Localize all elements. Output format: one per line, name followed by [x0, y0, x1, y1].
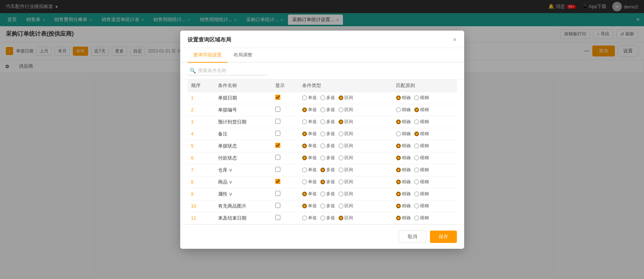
radio-match-模糊[interactable]: 模糊: [414, 203, 429, 209]
dialog-tab-layout[interactable]: 布局调整: [228, 48, 258, 63]
row-display-cell[interactable]: [272, 176, 299, 188]
row-display-cell[interactable]: [272, 188, 299, 200]
radio-type-区间[interactable]: 区间: [339, 95, 353, 101]
radio-type-单值[interactable]: 单值: [302, 215, 317, 221]
radio-match-精确[interactable]: 精确: [396, 191, 411, 197]
radio-type-多值[interactable]: 多值: [320, 107, 335, 113]
radio-type-区间[interactable]: 区间: [339, 215, 353, 221]
row-display-cell[interactable]: [272, 164, 299, 176]
row-condition-type: 单值多值区间: [299, 152, 392, 164]
radio-type-区间[interactable]: 区间: [339, 155, 353, 161]
radio-type-区间[interactable]: 区间: [339, 179, 353, 185]
radio-type-单值[interactable]: 单值: [302, 203, 317, 209]
cancel-button[interactable]: 取消: [399, 231, 426, 243]
row-match-principle: 精确模糊: [392, 200, 457, 212]
radio-type-区间[interactable]: 区间: [339, 203, 353, 209]
row-order: 5: [187, 140, 214, 152]
table-row: 2单据编号单值多值区间精确模糊: [187, 104, 457, 116]
row-condition-name: 来及结束日期: [214, 212, 272, 224]
radio-type-单值[interactable]: 单值: [302, 119, 317, 125]
radio-match-模糊[interactable]: 模糊: [414, 179, 429, 185]
th-match-rule: 匹配原则: [392, 79, 457, 92]
radio-type-区间[interactable]: 区间: [339, 119, 353, 125]
radio-match-精确[interactable]: 精确: [396, 167, 411, 173]
radio-type-多值[interactable]: 多值: [320, 155, 335, 161]
radio-type-多值[interactable]: 多值: [320, 143, 335, 149]
radio-match-精确[interactable]: 精确: [396, 179, 411, 185]
dialog-tab-query-fields[interactable]: 查询字段设置: [187, 48, 228, 63]
radio-match-精确[interactable]: 精确: [396, 95, 411, 101]
radio-match-精确[interactable]: 精确: [396, 155, 411, 161]
row-display-cell[interactable]: [272, 212, 299, 224]
save-button[interactable]: 保存: [430, 231, 457, 243]
radio-type-区间[interactable]: 区间: [339, 131, 353, 137]
radio-match-模糊[interactable]: 模糊: [414, 167, 429, 173]
radio-match-模糊[interactable]: 模糊: [414, 215, 429, 221]
row-condition-name: 有无商品图片: [214, 200, 272, 212]
modal-overlay: 设置查询区域布局 × 查询字段设置 布局调整 🔍 顺序: [0, 0, 644, 279]
row-display-cell[interactable]: [272, 92, 299, 104]
row-display-cell[interactable]: [272, 104, 299, 116]
row-match-principle: 精确模糊: [392, 152, 457, 164]
radio-type-多值[interactable]: 多值: [320, 167, 335, 173]
radio-type-单值[interactable]: 单值: [302, 155, 317, 161]
display-checkbox-11[interactable]: [275, 215, 280, 220]
display-checkbox-4[interactable]: [275, 131, 280, 136]
display-checkbox-2[interactable]: [275, 107, 280, 112]
radio-match-精确[interactable]: 精确: [396, 107, 411, 113]
row-condition-type: 单值多值区间: [299, 212, 392, 224]
row-display-cell[interactable]: [272, 140, 299, 152]
radio-type-单值[interactable]: 单值: [302, 167, 317, 173]
row-match-principle: 精确模糊: [392, 140, 457, 152]
radio-match-模糊[interactable]: 模糊: [414, 119, 429, 125]
radio-type-区间[interactable]: 区间: [339, 191, 353, 197]
radio-type-多值[interactable]: 多值: [320, 131, 335, 137]
radio-type-多值[interactable]: 多值: [320, 191, 335, 197]
radio-type-多值[interactable]: 多值: [320, 203, 335, 209]
row-match-principle: 精确模糊: [392, 128, 457, 140]
row-display-cell[interactable]: [272, 200, 299, 212]
radio-match-模糊[interactable]: 模糊: [414, 191, 429, 197]
radio-type-单值[interactable]: 单值: [302, 179, 317, 185]
radio-match-模糊[interactable]: 模糊: [414, 155, 429, 161]
radio-type-多值[interactable]: 多值: [320, 95, 335, 101]
radio-match-模糊[interactable]: 模糊: [414, 143, 429, 149]
radio-match-精确[interactable]: 精确: [396, 131, 411, 137]
radio-type-多值[interactable]: 多值: [320, 119, 335, 125]
radio-match-模糊[interactable]: 模糊: [414, 131, 429, 137]
display-checkbox-8[interactable]: [275, 179, 280, 184]
search-input[interactable]: [198, 68, 256, 73]
row-display-cell[interactable]: [272, 128, 299, 140]
row-order: 11: [187, 212, 214, 224]
display-checkbox-6[interactable]: [275, 155, 280, 160]
display-checkbox-10[interactable]: [275, 203, 280, 208]
display-checkbox-1[interactable]: [275, 95, 280, 100]
table-row: 5单据状态单值多值区间精确模糊: [187, 140, 457, 152]
display-checkbox-9[interactable]: [275, 191, 280, 196]
radio-match-精确[interactable]: 精确: [396, 203, 411, 209]
radio-match-精确[interactable]: 精确: [396, 119, 411, 125]
radio-match-模糊[interactable]: 模糊: [414, 107, 429, 113]
radio-type-单值[interactable]: 单值: [302, 191, 317, 197]
radio-type-单值[interactable]: 单值: [302, 131, 317, 137]
radio-match-精确[interactable]: 精确: [396, 143, 411, 149]
radio-type-区间[interactable]: 区间: [339, 143, 353, 149]
radio-type-多值[interactable]: 多值: [320, 179, 335, 185]
dialog-close-button[interactable]: ×: [453, 36, 457, 43]
radio-match-精确[interactable]: 精确: [396, 215, 411, 221]
row-condition-type: 单值多值区间: [299, 104, 392, 116]
radio-type-区间[interactable]: 区间: [339, 167, 353, 173]
radio-type-多值[interactable]: 多值: [320, 215, 335, 221]
row-order: 2: [187, 104, 214, 116]
radio-match-模糊[interactable]: 模糊: [414, 95, 429, 101]
row-display-cell[interactable]: [272, 116, 299, 128]
radio-type-单值[interactable]: 单值: [302, 143, 317, 149]
display-checkbox-3[interactable]: [275, 119, 280, 124]
row-order: 9: [187, 188, 214, 200]
radio-type-区间[interactable]: 区间: [339, 107, 353, 113]
display-checkbox-7[interactable]: [275, 167, 280, 172]
row-display-cell[interactable]: [272, 152, 299, 164]
radio-type-单值[interactable]: 单值: [302, 107, 317, 113]
radio-type-单值[interactable]: 单值: [302, 95, 317, 101]
display-checkbox-5[interactable]: [275, 143, 280, 148]
